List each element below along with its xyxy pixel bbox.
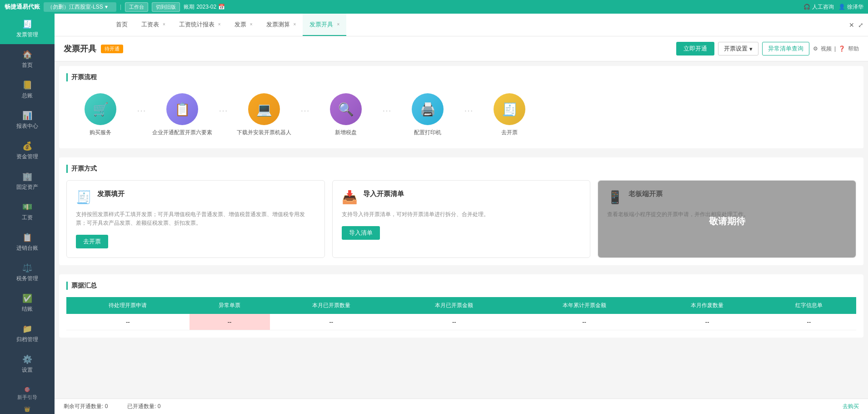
sidebar-item-archive[interactable]: 📁 归档管理 [0, 318, 55, 349]
arrow-3: ⋯ [298, 105, 312, 116]
tab-invoice-calc[interactable]: 发票测算 × [259, 14, 303, 36]
user-menu[interactable]: 👤 徐泽华 [838, 3, 863, 11]
period-label: 账期 [184, 3, 195, 11]
reports-icon: 📊 [22, 111, 32, 121]
billing-section: 开票方式 🧾 发票填开 支持按照发票样式手工填开发票；可开具增值税电子普通发票、… [59, 157, 863, 265]
billing-card-boss: 📱 老板端开票 查看老板端小程序提交的开票申请，并作出相应处理工作。 敬请期待 [598, 180, 856, 258]
col-month-count: 本月已开票数量 [270, 297, 393, 314]
tab-invoice-issue[interactable]: 发票开具 × [303, 14, 346, 36]
arrow-1: ⋯ [135, 105, 148, 116]
sidebar-footer: 🎯 新手引导 👑 畅会员 📌 取消固定 [0, 379, 55, 414]
sidebar-item-invoice[interactable]: 🧾 发票管理 [0, 14, 55, 44]
remaining-label: 剩余可开通数量: 0 [64, 403, 108, 409]
summary-data-row: -- -- -- -- -- -- -- [66, 314, 856, 330]
sidebar-item-settlement[interactable]: ✅ 结账 [0, 288, 55, 318]
user-name: 徐泽华 [847, 3, 863, 11]
sidebar-item-ledger[interactable]: 📒 总账 [0, 75, 55, 105]
tab-invoice-calc-label: 发票测算 [266, 20, 290, 29]
process-step-taxdisk: 🔍 新增税盘 [312, 93, 380, 136]
top-bar-left: 畅捷通易代账 （勿删）江西股室-LSS ▾ | 工作台 切到旧版 账期 2023… [5, 2, 225, 12]
printer-label: 配置打印机 [414, 129, 441, 136]
assets-icon: 🏢 [22, 172, 32, 182]
service-button[interactable]: 🎧 人工咨询 [803, 3, 834, 11]
sidebar-item-guide[interactable]: 🎯 新手引导 [5, 384, 50, 404]
taxdisk-icon: 🔍 [338, 102, 354, 117]
issue-icon: 🧾 [502, 102, 518, 117]
process-step-download: 💻 下载并安装开票机器人 [230, 93, 298, 136]
arrow-5: ⋯ [462, 105, 475, 116]
process-step-buy: 🛒 购买服务 [66, 93, 135, 136]
header-actions: 立即开通 开票设置 ▾ 异常清单查询 ⚙ 视频 | ❓ 帮助 [676, 42, 859, 56]
company-name: （勿删）江西股室-LSS [47, 3, 103, 11]
manual-icon: 🧾 [76, 190, 92, 205]
calendar-icon: 📅 [218, 4, 225, 10]
import-desc: 支持导入待开票清单，可对待开票清单进行拆分、合并处理。 [342, 210, 581, 219]
cell-pending: -- [66, 314, 190, 330]
close-icon[interactable]: × [163, 22, 165, 27]
arrow-2: ⋯ [216, 105, 230, 116]
sidebar-item-member[interactable]: 👑 畅会员 [5, 404, 50, 414]
tab-payroll[interactable]: 工资表 × [135, 14, 172, 36]
import-icon: 📥 [342, 190, 358, 205]
col-year-amount: 本年累计开票金额 [516, 297, 653, 314]
tab-home[interactable]: 首页 [109, 14, 135, 36]
company-selector[interactable]: （勿删）江西股室-LSS ▾ [44, 2, 116, 12]
coming-soon-overlay: 敬请期待 [598, 181, 856, 257]
status-badge: 待开通 [101, 45, 123, 53]
workspace-button[interactable]: 工作台 [125, 2, 148, 12]
main-layout: 🧾 发票管理 🏠 首页 📒 总账 📊 报表中心 💰 资金管理 🏢 固定资产 💵 … [0, 14, 868, 414]
import-title: 导入开票清单 [363, 190, 404, 198]
help-label: 帮助 [848, 45, 859, 53]
open-settings-button[interactable]: 开票设置 ▾ [718, 42, 758, 56]
guide-label: 新手引导 [17, 394, 37, 401]
sidebar-item-reports[interactable]: 📊 报表中心 [0, 105, 55, 136]
switch-old-button[interactable]: 切到旧版 [152, 2, 180, 12]
sidebar-label-home: 首页 [22, 61, 33, 69]
close-icon[interactable]: × [250, 22, 253, 27]
sidebar-label-archive: 归档管理 [16, 336, 38, 343]
go-issue-button[interactable]: 去开票 [76, 235, 108, 248]
maximize-icon[interactable]: ⤢ [858, 21, 863, 29]
close-window-icon[interactable]: ✕ [849, 21, 854, 29]
sidebar-item-settings[interactable]: ⚙️ 设置 [0, 349, 55, 379]
close-icon[interactable]: × [337, 22, 339, 27]
home-icon: 🏠 [22, 50, 32, 60]
import-list-button[interactable]: 导入清单 [342, 226, 380, 240]
billing-section-title: 开票方式 [66, 165, 856, 173]
cell-void-count: -- [653, 314, 761, 330]
tab-invoice-issue-label: 发票开具 [309, 20, 333, 29]
chevron-down-icon: ▾ [749, 45, 753, 52]
tab-invoice[interactable]: 发票 × [228, 14, 259, 36]
page-title: 发票开具 [64, 43, 96, 54]
opened-label: 已开通数量: 0 [127, 403, 160, 409]
bottom-info: 剩余可开通数量: 0 已开通数量: 0 [64, 403, 160, 410]
sidebar-item-assets[interactable]: 🏢 固定资产 [0, 166, 55, 197]
sidebar-item-funds[interactable]: 💰 资金管理 [0, 136, 55, 166]
immediate-open-button[interactable]: 立即开通 [676, 42, 714, 56]
col-void-count: 本月作废数量 [653, 297, 761, 314]
sidebar-label-payroll: 工资 [22, 214, 33, 222]
sidebar-item-payroll[interactable]: 💵 工资 [0, 197, 55, 227]
sidebar-item-home[interactable]: 🏠 首页 [0, 44, 55, 75]
settlement-icon: ✅ [22, 293, 32, 303]
arrow-4: ⋯ [380, 105, 394, 116]
close-icon[interactable]: × [294, 22, 296, 27]
import-btn-area: 导入清单 [342, 226, 581, 240]
tab-home-label: 首页 [116, 20, 128, 29]
buy-link[interactable]: 去购买 [843, 403, 859, 410]
sidebar-item-purchase[interactable]: 📋 进销台账 [0, 227, 55, 257]
billing-card-manual: 🧾 发票填开 支持按照发票样式手工填开发票；可开具增值税电子普通发票、增值税普通… [66, 180, 325, 258]
buy-icon: 🛒 [93, 102, 109, 117]
coming-soon-text: 敬请期待 [709, 215, 745, 227]
tab-payroll-report[interactable]: 工资统计报表 × [172, 14, 228, 36]
sidebar-label-settings: 设置 [22, 366, 33, 374]
process-step-config: 📋 企业开通配置开票六要素 [148, 93, 216, 136]
page-header: 发票开具 待开通 立即开通 开票设置 ▾ 异常清单查询 ⚙ 视频 | ❓ [55, 36, 868, 61]
ledger-icon: 📒 [22, 80, 32, 90]
tax-icon: ⚖️ [22, 263, 32, 273]
abnormal-query-button[interactable]: 异常清单查询 [762, 42, 809, 56]
payroll-icon: 💵 [22, 202, 32, 212]
process-section: 开票流程 🛒 购买服务 ⋯ 📋 企业开通配置开票六要素 [59, 66, 863, 148]
sidebar-item-tax[interactable]: ⚖️ 税务管理 [0, 257, 55, 288]
close-icon[interactable]: × [218, 22, 221, 27]
